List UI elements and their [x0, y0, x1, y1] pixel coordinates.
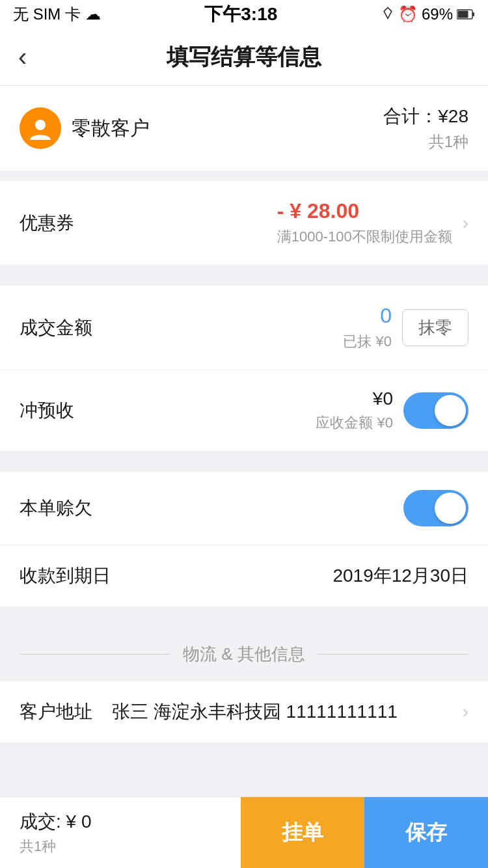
coupon-sub: 满1000-100不限制使用金额 [277, 227, 452, 247]
deal-amount-row: 成交金额 0 已抹 ¥0 抹零 [0, 286, 488, 370]
battery-label: 69% [422, 5, 453, 23]
address-row[interactable]: 客户地址 张三 海淀永丰科技园 11111111111 › [0, 681, 488, 742]
prepayment-label: 冲预收 [20, 398, 74, 423]
coupon-section: 优惠券 - ¥ 28.00 满1000-100不限制使用金额 › [0, 181, 488, 265]
svg-rect-2 [457, 11, 468, 18]
location-icon [381, 5, 394, 23]
page-title: 填写结算等信息 [167, 42, 321, 72]
due-date-label: 收款到期日 [20, 563, 111, 588]
prepayment-value-block: ¥0 应收金额 ¥0 [316, 388, 393, 433]
customer-name: 零散客户 [72, 115, 150, 142]
prepayment-toggle[interactable] [403, 392, 468, 429]
customer-row[interactable]: 零散客户 合计：¥28 共1种 [0, 86, 488, 170]
alarm-icon: ⏰ [398, 5, 418, 23]
prepayment-sub: 应收金额 ¥0 [316, 413, 393, 433]
due-date-row: 收款到期日 2019年12月30日 [0, 545, 488, 606]
logistics-line-left [20, 654, 170, 655]
bottom-summary: 成交: ¥ 0 共1种 [0, 809, 241, 856]
divider-2 [0, 461, 488, 472]
status-left: 无 SIM 卡 ☁ [13, 4, 101, 25]
prepayment-row: 冲预收 ¥0 应收金额 ¥0 [0, 370, 488, 451]
due-date-value: 2019年12月30日 [332, 563, 468, 588]
prepayment-value: ¥0 [373, 388, 393, 409]
credit-row: 本单赊欠 [0, 472, 488, 545]
prepayment-right: ¥0 应收金额 ¥0 [316, 388, 468, 433]
customer-right: 合计：¥28 共1种 [383, 104, 468, 152]
logistics-title: 物流 & 其他信息 [183, 643, 305, 666]
hang-button[interactable]: 挂单 [241, 797, 364, 869]
status-time: 下午3:18 [204, 2, 277, 27]
coupon-row[interactable]: 优惠券 - ¥ 28.00 满1000-100不限制使用金额 › [0, 181, 488, 265]
bottom-bar: 成交: ¥ 0 共1种 挂单 保存 [0, 796, 488, 868]
save-button[interactable]: 保存 [364, 797, 488, 869]
status-bar: 无 SIM 卡 ☁ 下午3:18 ⏰ 69% [0, 0, 488, 29]
svg-rect-1 [472, 12, 474, 16]
divider-1 [0, 275, 488, 286]
content-area: 零散客户 合计：¥28 共1种 优惠券 - ¥ 28.00 满1000-100不… [0, 86, 488, 831]
battery-icon [457, 5, 475, 23]
address-value: 张三 海淀永丰科技园 11111111111 [112, 699, 463, 724]
coupon-value-block: - ¥ 28.00 满1000-100不限制使用金额 [277, 199, 452, 247]
back-button[interactable]: ‹ [18, 42, 27, 72]
prepayment-toggle-knob [435, 395, 466, 426]
credit-toggle[interactable] [403, 490, 468, 526]
svg-point-3 [35, 120, 46, 130]
deal-amount-right: 0 已抹 ¥0 抹零 [343, 304, 468, 351]
divider-3 [0, 617, 488, 627]
deal-amount-value: 0 [380, 304, 392, 327]
customer-left: 零散客户 [20, 107, 150, 149]
customer-avatar [20, 107, 61, 149]
address-section: 客户地址 张三 海淀永丰科技园 11111111111 › [0, 681, 488, 742]
deal-section: 成交金额 0 已抹 ¥0 抹零 冲预收 ¥0 应收金额 ¥0 [0, 286, 488, 451]
coupon-label: 优惠券 [20, 211, 74, 236]
logistics-line-right [318, 654, 468, 655]
credit-right [403, 490, 468, 526]
customer-total: 合计：¥28 [383, 104, 468, 129]
coupon-right: - ¥ 28.00 满1000-100不限制使用金额 › [277, 199, 468, 247]
customer-count: 共1种 [383, 131, 468, 152]
address-chevron-icon: › [463, 701, 468, 722]
credit-toggle-knob [435, 493, 466, 524]
bottom-summary-sub: 共1种 [20, 837, 221, 856]
no-sim-label: 无 SIM 卡 ☁ [13, 4, 101, 25]
address-label: 客户地址 [20, 699, 92, 724]
deal-amount-label: 成交金额 [20, 316, 92, 340]
bottom-summary-main: 成交: ¥ 0 [20, 809, 221, 834]
coupon-value: - ¥ 28.00 [277, 199, 452, 223]
credit-section: 本单赊欠 收款到期日 2019年12月30日 [0, 472, 488, 606]
customer-section: 零散客户 合计：¥28 共1种 [0, 86, 488, 170]
logistics-header-inner: 物流 & 其他信息 [20, 643, 468, 666]
deal-amount-value-block: 0 已抹 ¥0 [343, 304, 392, 351]
deal-amount-sub: 已抹 ¥0 [343, 332, 392, 351]
round-off-button[interactable]: 抹零 [402, 309, 468, 346]
coupon-chevron-icon: › [463, 213, 468, 234]
nav-bar: ‹ 填写结算等信息 [0, 29, 488, 86]
credit-label: 本单赊欠 [20, 496, 92, 521]
logistics-header: 物流 & 其他信息 [0, 627, 488, 681]
status-right: ⏰ 69% [381, 5, 475, 23]
